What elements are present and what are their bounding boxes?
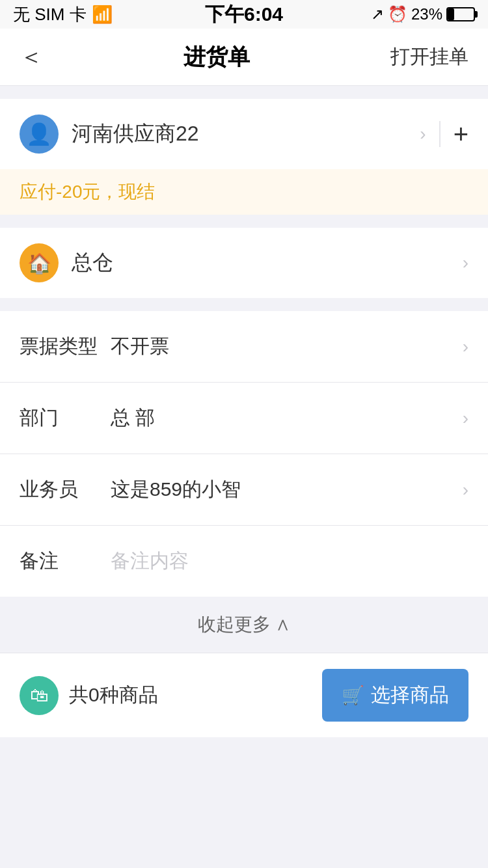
battery-icon: [446, 7, 475, 21]
product-count-wrap: 🛍 共0种商品: [20, 676, 158, 715]
avatar-icon: 👤: [26, 122, 52, 146]
status-right: ↗ ⏰ 23%: [371, 5, 475, 23]
invoice-type-row[interactable]: 票据类型 不开票 ›: [0, 311, 488, 383]
warehouse-name: 总仓: [72, 249, 463, 277]
supplier-row[interactable]: 👤 河南供应商22 › +: [0, 99, 488, 169]
salesperson-arrow-icon: ›: [463, 480, 468, 500]
warehouse-arrow-icon: ›: [463, 252, 468, 273]
select-btn-icon: 🛒: [342, 685, 364, 706]
divider: [439, 121, 441, 147]
wifi-icon: 📶: [92, 5, 113, 25]
status-carrier: 无 SIM 卡 📶: [13, 3, 113, 26]
invoice-type-arrow-icon: ›: [463, 336, 468, 357]
supplier-name: 河南供应商22: [72, 120, 420, 148]
collapse-label: 收起更多 ∧: [198, 612, 291, 637]
department-arrow-icon: ›: [463, 408, 468, 429]
product-count-text: 共0种商品: [69, 682, 158, 709]
invoice-type-label: 票据类型: [20, 333, 111, 360]
department-value: 总 部: [111, 405, 456, 431]
notice-bar: 应付-20元，现结: [0, 169, 488, 215]
select-btn-label: 选择商品: [371, 682, 449, 709]
department-row[interactable]: 部门 总 部 ›: [0, 383, 488, 454]
location-icon: ↗: [371, 5, 384, 23]
warehouse-icon: 🏠: [27, 252, 51, 275]
notice-text: 应付-20元，现结: [20, 182, 155, 202]
bottom-bar: 🛍 共0种商品 🛒 选择商品: [0, 653, 488, 737]
salesperson-row[interactable]: 业务员 这是859的小智 ›: [0, 454, 488, 526]
invoice-type-value: 不开票: [111, 333, 456, 360]
remark-label: 备注: [20, 548, 111, 575]
add-button[interactable]: +: [454, 120, 468, 149]
select-product-button[interactable]: 🛒 选择商品: [322, 669, 468, 722]
alarm-icon: ⏰: [388, 5, 407, 23]
salesperson-label: 业务员: [20, 476, 111, 503]
salesperson-value: 这是859的小智: [111, 476, 456, 503]
status-bar: 无 SIM 卡 📶 下午6:04 ↗ ⏰ 23%: [0, 0, 488, 29]
back-button[interactable]: ＜: [20, 41, 43, 73]
product-icon: 🛍: [30, 685, 48, 706]
supplier-arrow-icon: ›: [420, 124, 426, 144]
remark-value: 备注内容: [111, 548, 468, 575]
form-section: 票据类型 不开票 › 部门 总 部 › 业务员 这是859的小智 › 备注 备注…: [0, 311, 488, 597]
carrier-text: 无 SIM 卡: [13, 3, 87, 26]
battery-text: 23%: [411, 5, 442, 23]
collapse-toggle[interactable]: 收起更多 ∧: [0, 597, 488, 653]
remark-row[interactable]: 备注 备注内容: [0, 526, 488, 597]
status-time: 下午6:04: [205, 1, 283, 28]
open-pending-button[interactable]: 打开挂单: [390, 44, 468, 70]
department-label: 部门: [20, 405, 111, 431]
supplier-section: 👤 河南供应商22 › + 应付-20元，现结: [0, 99, 488, 215]
section-gap-1: [0, 86, 488, 99]
nav-bar: ＜ 进货单 打开挂单: [0, 29, 488, 86]
product-icon-wrap: 🛍: [20, 676, 59, 715]
avatar: 👤: [20, 115, 59, 154]
page-title: 进货单: [183, 42, 250, 72]
warehouse-icon-wrap: 🏠: [20, 243, 59, 282]
warehouse-row[interactable]: 🏠 总仓 ›: [0, 228, 488, 298]
